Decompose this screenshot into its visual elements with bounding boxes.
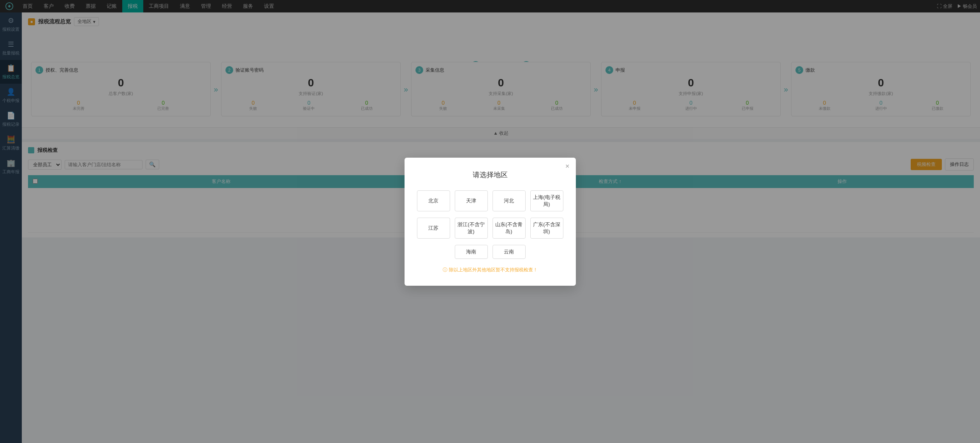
warning-icon: ⓘ (443, 267, 447, 273)
modal-warning: ⓘ 除以上地区外其他地区暂不支持报税检查！ (417, 267, 563, 273)
region-btn-zhejiang[interactable]: 浙江(不含宁波) (455, 218, 488, 239)
modal-title: 请选择地区 (417, 170, 563, 179)
region-btn-hainan[interactable]: 海南 (455, 245, 488, 259)
region-btn-guangdong[interactable]: 广东(不含深圳) (530, 218, 563, 239)
region-grid-row3: 海南 云南 (417, 245, 563, 259)
region-btn-yunnan[interactable]: 云南 (493, 245, 526, 259)
region-btn-beijing[interactable]: 北京 (417, 190, 450, 211)
region-btn-tianjin[interactable]: 天津 (455, 190, 488, 211)
modal-overlay: × 请选择地区 北京 天津 河北 上海(电子税局) 江苏 浙江(不含宁波) 山东… (0, 0, 980, 443)
region-grid-row2: 江苏 浙江(不含宁波) 山东(不含青岛) 广东(不含深圳) (417, 218, 563, 239)
region-btn-hebei[interactable]: 河北 (493, 190, 526, 211)
modal-close-button[interactable]: × (565, 162, 570, 171)
region-select-modal: × 请选择地区 北京 天津 河北 上海(电子税局) 江苏 浙江(不含宁波) 山东… (405, 158, 576, 286)
region-btn-shandong[interactable]: 山东(不含青岛) (493, 218, 526, 239)
region-grid-row1: 北京 天津 河北 上海(电子税局) (417, 190, 563, 211)
region-btn-jiangsu[interactable]: 江苏 (417, 218, 450, 239)
region-btn-shanghai[interactable]: 上海(电子税局) (530, 190, 563, 211)
warning-text: 除以上地区外其他地区暂不支持报税检查！ (449, 267, 538, 273)
